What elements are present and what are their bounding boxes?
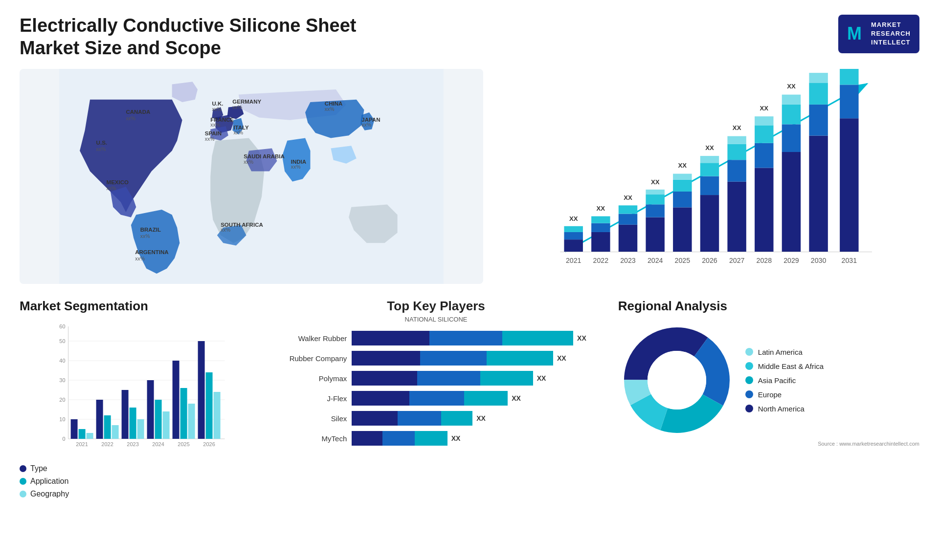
svg-rect-76 — [809, 105, 827, 136]
svg-text:SAUDI ARABIA: SAUDI ARABIA — [244, 154, 285, 160]
reg-dot-europe — [745, 390, 753, 398]
player-bar-seg3-3 — [480, 371, 533, 386]
segmentation-section: Market Segmentation 0 10 20 30 40 50 60 — [20, 299, 254, 504]
svg-rect-47 — [646, 194, 665, 204]
svg-text:xx%: xx% — [107, 186, 116, 191]
regional-legend-item-apac: Asia Pacific — [745, 376, 824, 385]
svg-text:xx%: xx% — [291, 164, 301, 170]
legend-dot-geography — [20, 491, 26, 497]
svg-rect-46 — [646, 204, 665, 217]
svg-text:CHINA: CHINA — [325, 101, 343, 107]
svg-text:2027: 2027 — [729, 257, 745, 264]
world-map: CANADA xx% U.S. xx% MEXICO xx% BRAZIL xx… — [20, 69, 483, 284]
player-bar-seg2-6 — [382, 431, 415, 446]
svg-text:SPAIN: SPAIN — [205, 130, 222, 136]
svg-rect-48 — [646, 190, 665, 194]
svg-rect-77 — [809, 83, 827, 105]
bar-chart-svg: XX XX XX XX XX — [498, 69, 919, 267]
svg-text:INDIA: INDIA — [291, 159, 307, 165]
svg-text:XX: XX — [597, 205, 605, 213]
svg-text:2025: 2025 — [178, 441, 189, 447]
svg-text:MEXICO: MEXICO — [107, 179, 129, 185]
players-subtitle: NATIONAL SILICONE — [268, 316, 604, 323]
player-bar-wrap-3: XX — [352, 371, 604, 386]
player-bar-seg1-3 — [352, 371, 417, 386]
player-bar-seg1-6 — [352, 431, 382, 446]
svg-text:xx%: xx% — [361, 123, 371, 128]
svg-text:40: 40 — [59, 358, 65, 364]
legend-item-type: Type — [20, 464, 254, 473]
player-xx-3: XX — [537, 374, 546, 382]
svg-text:xx%: xx% — [212, 107, 222, 112]
player-bar-1 — [352, 331, 573, 345]
player-bar-seg2-2 — [420, 351, 487, 366]
svg-rect-35 — [564, 226, 583, 232]
svg-text:xx%: xx% — [96, 147, 106, 152]
regional-label-latin: Latin America — [758, 348, 803, 356]
svg-text:XX: XX — [651, 178, 660, 186]
map-svg: CANADA xx% U.S. xx% MEXICO xx% BRAZIL xx… — [20, 69, 483, 284]
player-row-5: Silex XX — [268, 411, 604, 426]
svg-text:xx%: xx% — [244, 159, 253, 165]
regional-label-apac: Asia Pacific — [758, 376, 796, 385]
svg-rect-43 — [619, 205, 637, 214]
svg-rect-63 — [728, 136, 746, 144]
regional-legend-item-na: North America — [745, 405, 824, 413]
regional-legend-item-europe: Europe — [745, 390, 824, 399]
svg-rect-111 — [71, 419, 78, 439]
svg-text:XX: XX — [705, 144, 714, 151]
player-xx-5: XX — [476, 414, 486, 422]
player-bar-4 — [352, 391, 508, 406]
player-bar-seg2-1 — [429, 331, 502, 345]
svg-rect-127 — [173, 361, 179, 439]
regional-label-europe: Europe — [758, 390, 782, 399]
svg-rect-125 — [163, 411, 170, 439]
svg-text:U.K.: U.K. — [212, 101, 223, 107]
svg-rect-75 — [809, 136, 827, 252]
player-bar-3 — [352, 371, 533, 386]
player-bar-seg1-5 — [352, 411, 398, 426]
svg-text:XX: XX — [569, 215, 578, 222]
svg-text:BRAZIL: BRAZIL — [140, 227, 161, 233]
svg-text:2023: 2023 — [620, 257, 636, 264]
segmentation-chart-svg: 0 10 20 30 40 50 60 2021 2022 — [20, 322, 254, 458]
svg-text:xx%: xx% — [221, 227, 230, 233]
svg-rect-80 — [840, 118, 858, 252]
svg-text:2022: 2022 — [101, 441, 113, 447]
regional-legend: Latin America Middle East & Africa Asia … — [745, 348, 824, 413]
svg-text:2024: 2024 — [648, 257, 663, 264]
players-title: Top Key Players — [268, 299, 604, 314]
player-bar-seg1-1 — [352, 331, 429, 345]
svg-text:2023: 2023 — [127, 441, 138, 447]
svg-text:xx%: xx% — [325, 107, 335, 112]
regional-chart-wrap: Latin America Middle East & Africa Asia … — [618, 322, 919, 439]
regional-legend-item-mea: Middle East & Africa — [745, 362, 824, 370]
player-bar-seg1-4 — [352, 391, 409, 406]
player-name-6: MyTech — [268, 434, 347, 443]
svg-point-140 — [648, 351, 706, 409]
regional-label-na: North America — [758, 405, 805, 413]
svg-text:30: 30 — [59, 377, 65, 383]
svg-text:SOUTH AFRICA: SOUTH AFRICA — [221, 222, 263, 228]
source-text: Source : www.marketresearchintellect.com — [618, 441, 919, 447]
player-bar-seg3-1 — [502, 331, 573, 345]
svg-rect-123 — [147, 380, 154, 439]
reg-dot-na — [745, 405, 753, 412]
regional-label-mea: Middle East & Africa — [758, 362, 824, 370]
svg-rect-82 — [840, 69, 858, 85]
svg-text:60: 60 — [59, 323, 65, 329]
regional-legend-item-latin: Latin America — [745, 348, 824, 356]
top-section: CANADA xx% U.S. xx% MEXICO xx% BRAZIL xx… — [20, 69, 919, 284]
svg-rect-115 — [96, 400, 103, 439]
svg-rect-45 — [646, 217, 665, 252]
svg-text:ITALY: ITALY — [233, 125, 249, 130]
svg-rect-61 — [728, 160, 746, 182]
svg-text:U.S.: U.S. — [96, 140, 107, 146]
player-xx-6: XX — [451, 434, 461, 442]
player-name-3: Polymax — [268, 374, 347, 383]
svg-rect-67 — [755, 126, 773, 143]
player-bar-seg3-2 — [487, 351, 553, 366]
segmentation-legend: Type Application Geography — [20, 464, 254, 498]
svg-rect-129 — [188, 404, 195, 439]
svg-text:2022: 2022 — [593, 257, 609, 264]
